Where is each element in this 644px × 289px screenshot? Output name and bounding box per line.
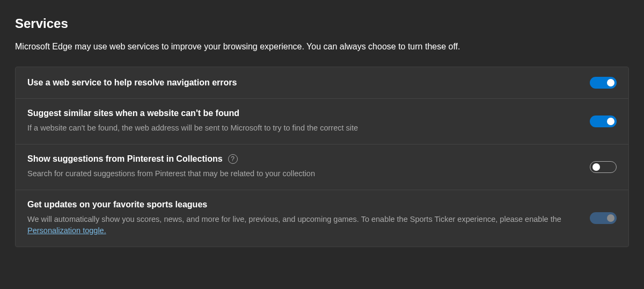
setting-subtitle: We will automatically show you scores, n…: [27, 214, 579, 237]
setting-row-pinterest: Show suggestions from Pinterest in Colle…: [16, 144, 628, 190]
toggle-knob: [607, 214, 614, 222]
toggle-sports[interactable]: [590, 212, 617, 224]
page-title: Services: [15, 16, 629, 31]
setting-title: Show suggestions from Pinterest in Colle…: [27, 154, 579, 164]
setting-title: Get updates on your favorite sports leag…: [27, 200, 579, 209]
toggle-pinterest[interactable]: [590, 161, 617, 173]
setting-title: Suggest similar sites when a website can…: [27, 109, 579, 118]
setting-title-text: Show suggestions from Pinterest in Colle…: [27, 154, 223, 164]
page-description: Microsoft Edge may use web services to i…: [15, 42, 629, 52]
setting-subtitle-text: We will automatically show you scores, n…: [27, 215, 561, 223]
setting-text: Show suggestions from Pinterest in Colle…: [27, 154, 590, 180]
setting-row-similar-sites: Suggest similar sites when a website can…: [16, 99, 628, 144]
help-icon[interactable]: ?: [228, 154, 238, 164]
toggle-knob: [592, 163, 600, 171]
setting-text: Use a web service to help resolve naviga…: [27, 78, 590, 88]
setting-subtitle: Search for curated suggestions from Pint…: [27, 168, 579, 180]
setting-subtitle: If a website can't be found, the web add…: [27, 122, 579, 134]
toggle-similar-sites[interactable]: [590, 115, 617, 127]
setting-row-sports: Get updates on your favorite sports leag…: [16, 190, 628, 247]
setting-title: Use a web service to help resolve naviga…: [27, 78, 579, 88]
setting-row-nav-errors: Use a web service to help resolve naviga…: [16, 67, 628, 99]
toggle-nav-errors[interactable]: [590, 77, 617, 89]
setting-text: Get updates on your favorite sports leag…: [27, 200, 590, 237]
personalization-link[interactable]: Personalization toggle.: [27, 226, 106, 235]
toggle-knob: [607, 79, 614, 86]
setting-text: Suggest similar sites when a website can…: [27, 109, 590, 134]
toggle-knob: [607, 118, 614, 125]
services-settings-list: Use a web service to help resolve naviga…: [15, 67, 629, 247]
